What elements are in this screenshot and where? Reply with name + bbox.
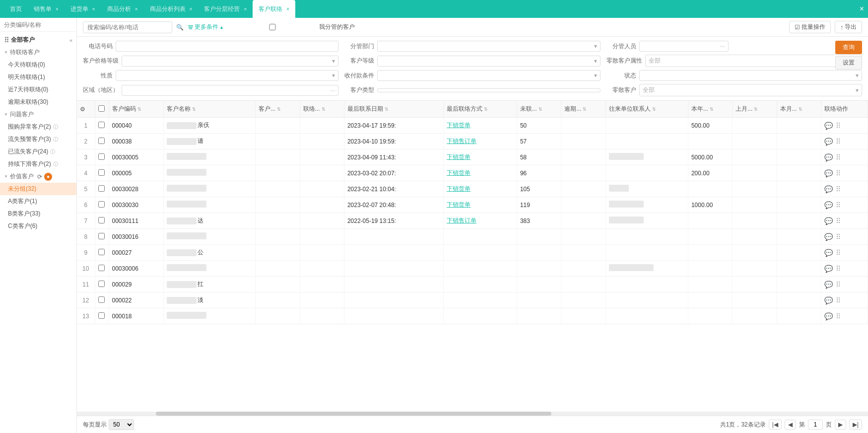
grid-icon[interactable]: ⠿ <box>836 169 841 177</box>
customer-type-select[interactable] <box>377 88 600 92</box>
row-checkbox[interactable] <box>98 312 105 319</box>
tab-customer-segment[interactable]: 客户分层经营 × <box>198 0 253 18</box>
sort-name-icon[interactable]: ⇅ <box>192 107 196 112</box>
phone-input[interactable] <box>116 41 338 52</box>
next-page-btn[interactable]: ▶ <box>835 420 846 430</box>
chat-icon[interactable]: 💬 <box>824 185 833 193</box>
grid-icon[interactable]: ⠿ <box>836 185 841 193</box>
chat-icon[interactable]: 💬 <box>824 312 833 320</box>
tab-sales[interactable]: 销售单 × <box>28 0 65 18</box>
chat-icon[interactable]: 💬 <box>824 138 833 145</box>
chat-icon[interactable]: 💬 <box>824 281 833 289</box>
sidebar-search-input[interactable] <box>4 21 77 28</box>
last-page-btn[interactable]: ▶| <box>849 420 862 430</box>
row-checkbox[interactable] <box>98 138 105 144</box>
chat-icon[interactable]: 💬 <box>824 122 833 130</box>
grid-icon[interactable]: ⠿ <box>836 312 841 320</box>
page-input[interactable] <box>808 420 823 430</box>
grid-icon[interactable]: ⠿ <box>836 233 841 241</box>
tab-purchase-close[interactable]: × <box>92 6 95 12</box>
sort-contact-icon[interactable]: ⇅ <box>322 107 326 112</box>
sort-contacts-icon[interactable]: ⇅ <box>652 107 656 112</box>
row-checkbox[interactable] <box>98 169 105 176</box>
dept-select[interactable]: ▾ <box>377 41 600 52</box>
customer-level-select[interactable]: ▾ <box>377 56 600 67</box>
status-select[interactable]: ▾ <box>639 70 862 81</box>
refresh-icon[interactable]: ⟳ <box>37 173 42 180</box>
my-customers-checkbox[interactable] <box>228 24 317 30</box>
gender-select[interactable]: ▾ <box>116 70 338 81</box>
export-btn[interactable]: ↑ 导出 <box>835 21 862 33</box>
contact-method-link[interactable]: 下销货单 <box>447 122 470 129</box>
grid-icon[interactable]: ⠿ <box>836 249 841 257</box>
price-level-select[interactable]: ▾ <box>122 56 338 67</box>
row-checkbox[interactable] <box>98 153 105 160</box>
chat-icon[interactable]: 💬 <box>824 201 833 209</box>
sort-nocontact-icon[interactable]: ⇅ <box>538 107 542 112</box>
sidebar-item-abnormal[interactable]: 囤购异常客户(2) ⓘ <box>0 121 76 133</box>
sidebar-item-lost[interactable]: 已流失客户(24) ⓘ <box>0 145 76 158</box>
grid-icon[interactable]: ⠿ <box>836 296 841 304</box>
tab-purchase[interactable]: 进货单 × <box>65 0 101 18</box>
sort-year-icon[interactable]: ⇅ <box>710 107 714 112</box>
row-checkbox[interactable] <box>98 249 105 255</box>
sort-cmonth-icon[interactable]: ⇅ <box>799 107 802 112</box>
settings-icon[interactable]: ⚙ <box>80 106 85 113</box>
sidebar-item-today[interactable]: 今天待联络(0) <box>0 59 76 71</box>
grid-icon[interactable]: ⠿ <box>836 281 841 289</box>
grid-icon[interactable]: ⠿ <box>836 138 841 145</box>
tab-goods-analysis-list-close[interactable]: × <box>190 6 193 12</box>
sidebar-item-declining[interactable]: 持续下滑客户(2) ⓘ <box>0 158 76 170</box>
chat-icon[interactable]: 💬 <box>824 169 833 177</box>
chat-icon[interactable]: 💬 <box>824 153 833 161</box>
sidebar-group-value[interactable]: ▼ 价值客户 ⟳ ● <box>0 170 76 183</box>
tab-goods-analysis-list[interactable]: 商品分析列表 × <box>144 0 199 18</box>
search-input[interactable] <box>83 21 172 33</box>
tab-customer-contact[interactable]: 客户联络 × <box>253 0 295 18</box>
sidebar-item-ungroup[interactable]: 未分组(32) <box>0 183 76 195</box>
tab-home[interactable]: 首页 <box>4 0 28 18</box>
sidebar-item-b[interactable]: B类客户(33) <box>0 208 76 220</box>
grid-icon[interactable]: ⠿ <box>836 153 841 161</box>
sort-date-icon[interactable]: ⇅ <box>385 107 389 112</box>
contact-method-link[interactable]: 下销货单 <box>447 201 470 208</box>
query-btn[interactable]: 查询 <box>835 41 862 54</box>
contact-method-link[interactable]: 下销售订单 <box>447 138 476 144</box>
sidebar-group-problem[interactable]: ▼ 问题客户 <box>0 108 76 121</box>
prev-page-btn[interactable]: ◀ <box>785 420 796 430</box>
row-checkbox[interactable] <box>98 233 105 239</box>
row-checkbox[interactable] <box>98 296 105 303</box>
row-checkbox[interactable] <box>98 185 105 192</box>
sidebar-item-c[interactable]: C类客户(6) <box>0 220 76 232</box>
row-checkbox[interactable] <box>98 265 105 271</box>
scrollbar-thumb[interactable] <box>156 412 551 416</box>
tab-customer-segment-close[interactable]: × <box>244 6 247 12</box>
all-customers-title[interactable]: ⠿ 全部客户 « <box>0 32 76 46</box>
more-conditions-btn[interactable]: 更多条件 ▲ <box>188 23 224 31</box>
grid-icon[interactable]: ⠿ <box>836 122 841 130</box>
row-checkbox[interactable] <box>98 201 105 208</box>
tab-goods-analysis-close[interactable]: × <box>135 6 138 12</box>
per-page-select[interactable]: 50 20 100 <box>109 419 134 430</box>
sidebar-item-warning[interactable]: 流失预警客户(3) ⓘ <box>0 133 76 145</box>
tab-customer-contact-close[interactable]: × <box>286 6 289 12</box>
search-btn[interactable]: 🔍 <box>176 24 184 31</box>
chat-icon[interactable]: 💬 <box>824 249 833 257</box>
row-checkbox[interactable] <box>98 122 105 128</box>
sidebar-item-tomorrow[interactable]: 明天待联络(1) <box>0 71 76 83</box>
th-settings[interactable]: ⚙ <box>77 101 95 118</box>
person-select[interactable]: ··· <box>639 41 729 52</box>
reset-btn[interactable]: 设置 <box>835 56 862 70</box>
sidebar-item-7days[interactable]: 近7天待联络(0) <box>0 83 76 96</box>
sidebar-group-pending[interactable]: ▼ 待联络客户 <box>0 46 76 59</box>
sort-method-icon[interactable]: ⇅ <box>484 107 488 112</box>
contact-method-link[interactable]: 下销货单 <box>447 169 470 176</box>
grid-icon[interactable]: ⠿ <box>836 217 841 225</box>
row-checkbox[interactable] <box>98 281 105 287</box>
grid-icon[interactable]: ⠿ <box>836 265 841 273</box>
first-page-btn[interactable]: |◀ <box>769 420 782 430</box>
chat-icon[interactable]: 💬 <box>824 233 833 241</box>
sort-icon[interactable]: ⇅ <box>137 107 141 112</box>
region-select[interactable]: ··· <box>122 85 338 96</box>
contact-method-link[interactable]: 下销售订单 <box>447 217 476 224</box>
